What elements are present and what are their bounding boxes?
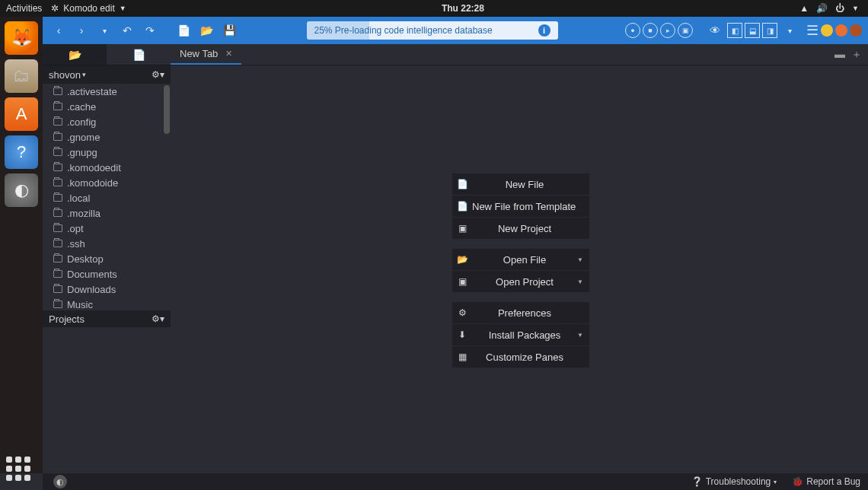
tree-item[interactable]: .komodoedit [43,160,171,175]
undo-button[interactable]: ↶ [117,21,137,40]
editor-tab-new[interactable]: New Tab ✕ [171,44,241,65]
save-button[interactable]: 💾 [219,21,239,40]
new-file-template-button[interactable]: 📄 New File from Template [452,196,589,217]
dock-software[interactable]: A [5,97,38,131]
start-menu: 📄 New File 📄 New File from Template ▣ Ne… [452,173,589,368]
info-icon[interactable]: i [538,24,550,37]
open-file-button[interactable]: 📂 Open File ▼ [452,249,589,270]
folder-open-icon: 📂 [69,49,81,61]
tree-item-label: .local [67,192,90,204]
open-folder-button[interactable]: 📂 [196,21,216,40]
clock[interactable]: Thu 22:28 [126,3,800,14]
toggle-view-button[interactable]: 👁 [705,21,725,40]
chevron-down-icon: ▾ [82,71,86,78]
save-macro-button[interactable]: ▣ [678,23,693,38]
tab-overflow-icon[interactable]: ▬ [834,48,845,62]
close-tab-icon[interactable]: ✕ [225,49,232,59]
pane-left-button[interactable]: ◧ [727,23,742,38]
tree-item[interactable]: Downloads [43,282,171,297]
app-menu[interactable]: ✲ Komodo edit ▼ [51,3,126,14]
file-template-icon: 📄 [452,201,472,212]
menu-button[interactable]: ☰ [806,22,819,39]
redo-button[interactable]: ↷ [140,21,160,40]
sidebar: shovon ▾ ⚙▾ .activestate .cache .config … [43,65,171,473]
button-label: New File from Template [472,201,589,212]
pane-bottom-button[interactable]: ⬓ [745,23,760,38]
bug-icon: 🐞 [792,476,803,487]
tree-item-label: Desktop [67,253,104,265]
tab-label: New Tab [180,48,218,59]
komodo-toolbar: ‹ › ▾ ↶ ↷ 📄 📂 💾 25% Pre-loading code int… [43,17,868,44]
maximize-button[interactable] [835,24,847,37]
komodo-menu-icon: ✲ [51,3,59,14]
places-tab[interactable]: 📂 [43,44,107,65]
tree-item-label: .mozilla [67,208,101,219]
scrollbar[interactable] [164,85,170,134]
tree-item[interactable]: .gnome [43,129,171,145]
pane-dropdown[interactable]: ▾ [780,21,799,40]
tree-item[interactable]: .opt [43,221,171,236]
tree-item[interactable]: .local [43,190,171,205]
network-icon[interactable]: ▲ [799,3,809,14]
tree-item-label: .komodoedit [67,162,121,173]
new-file-button[interactable]: 📄 New File [452,173,589,195]
power-icon[interactable]: ⏻ [835,3,844,14]
nav-dropdown[interactable]: ▾ [94,21,114,40]
pane-right-button[interactable]: ◨ [762,23,777,38]
close-button[interactable] [850,24,862,37]
report-bug-link[interactable]: 🐞 Report a Bug [792,476,860,487]
button-label: New File [472,179,589,190]
tree-item-label: .config [67,116,96,128]
tree-item[interactable]: .mozilla [43,205,171,221]
tree-item[interactable]: Music [43,297,171,310]
install-packages-button[interactable]: ⬇ Install Packages ▼ [452,324,589,345]
stop-macro-button[interactable]: ■ [643,23,658,38]
folder-icon [53,209,62,217]
folder-icon [53,301,62,308]
tree-item[interactable]: .ssh [43,236,171,251]
minimize-button[interactable] [821,24,833,37]
new-tab-button[interactable]: ＋ [851,48,862,62]
new-project-button[interactable]: ▣ New Project [452,218,589,239]
tree-item[interactable]: Desktop [43,251,171,266]
record-macro-button[interactable]: ● [625,23,640,38]
chevron-down-icon: ▼ [577,278,583,285]
files-tab[interactable]: 📄 [107,44,171,65]
activities-button[interactable]: Activities [6,3,42,14]
nav-forward-button[interactable]: › [72,21,91,40]
projects-header[interactable]: Projects ⚙▾ [43,310,171,327]
troubleshooting-link[interactable]: ❔ Troubleshooting ▾ [691,476,777,487]
play-macro-button[interactable]: ▸ [660,23,675,38]
nav-back-button[interactable]: ‹ [49,21,69,40]
folder-icon [53,240,62,247]
show-applications-button[interactable] [6,457,34,484]
open-project-button[interactable]: ▣ Open Project ▼ [452,271,589,292]
folder-icon [53,224,62,232]
tree-item-label: Music [67,299,93,310]
button-label: Open File [472,254,589,266]
folder-icon [53,285,62,293]
button-label: Customize Panes [472,352,589,363]
dock-files[interactable]: 🗂 [5,59,38,93]
dock-firefox[interactable]: 🦊 [5,21,38,55]
tree-item[interactable]: .gnupg [43,145,171,160]
button-label: New Project [472,223,589,234]
volume-icon[interactable]: 🔊 [816,3,828,14]
chevron-down-icon[interactable]: ▼ [852,5,859,12]
dock-komodo[interactable]: ◐ [5,173,38,207]
tree-item[interactable]: .komodoide [43,175,171,190]
chevron-down-icon: ▼ [120,5,126,12]
preferences-button[interactable]: ⚙ Preferences [452,302,589,323]
dock-help[interactable]: ? [5,135,38,169]
gear-icon[interactable]: ⚙▾ [152,313,164,324]
tree-item[interactable]: Documents [43,266,171,282]
project-open-icon: ▣ [452,276,472,287]
sidebar-user-header[interactable]: shovon ▾ ⚙▾ [43,65,171,84]
tree-item[interactable]: .cache [43,99,171,114]
gear-icon[interactable]: ⚙▾ [152,69,164,80]
customize-panes-button[interactable]: ▦ Customize Panes [452,346,589,368]
tree-item[interactable]: .config [43,114,171,129]
komodo-status-icon[interactable]: ◐ [53,475,67,488]
tree-item[interactable]: .activestate [43,84,171,99]
new-file-button[interactable]: 📄 [174,21,193,40]
